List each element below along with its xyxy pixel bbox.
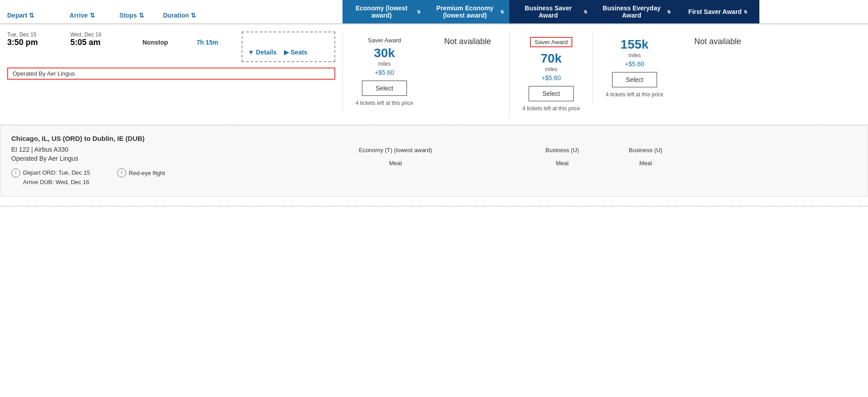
stops-sort-icon: ⇅ bbox=[139, 12, 144, 19]
business-everyday-taxes: +$5.60 bbox=[625, 60, 644, 68]
flight-basic-info: Tue, Dec 15 3:50 pm Wed, Dec 16 5:05 am … bbox=[0, 32, 343, 80]
economy-header[interactable]: Economy (lowest award) ⇅ bbox=[343, 0, 426, 23]
economy-meal-label: Meal bbox=[357, 159, 434, 168]
depart-date: Tue, Dec 15 bbox=[7, 32, 70, 38]
depart-info-block: ! Depart ORD: Tue, Dec 15 Arrive DUB: We… bbox=[11, 168, 90, 187]
flight-row: Tue, Dec 15 3:50 pm Wed, Dec 16 5:05 am … bbox=[0, 24, 868, 125]
details-route: Chicago, IL, US (ORD) to Dublin, IE (DUB… bbox=[11, 135, 857, 142]
economy-saver-label: Saver Award bbox=[368, 37, 401, 44]
business-everyday-miles: 155k bbox=[621, 37, 649, 52]
depart-sort-icon: ⇅ bbox=[29, 12, 34, 19]
red-eye-info-icon: ! bbox=[117, 168, 126, 177]
business-u2-cabin-label: Business (U) bbox=[608, 146, 684, 155]
first-saver-sort-icon: ⇅ bbox=[744, 9, 747, 14]
economy-tickets-left: 4 tickets left at this price bbox=[356, 99, 413, 107]
arrive-time: 5:05 am bbox=[70, 38, 142, 47]
premium-economy-sort-icon: ⇅ bbox=[500, 9, 504, 14]
header-row: Depart ⇅ Arrive ⇅ Stops ⇅ Duration ⇅ Eco… bbox=[0, 0, 868, 24]
economy-select-button[interactable]: Select bbox=[362, 81, 407, 96]
business-everyday-select-button[interactable]: Select bbox=[612, 72, 658, 87]
flight-actions: ▼ Details ▶ Seats bbox=[242, 32, 335, 62]
details-arrow-icon: ▼ bbox=[248, 49, 254, 56]
arrive-sort-icon: ⇅ bbox=[90, 12, 95, 19]
page-container: Depart ⇅ Arrive ⇅ Stops ⇅ Duration ⇅ Eco… bbox=[0, 0, 868, 397]
details-link[interactable]: ▼ Details bbox=[248, 49, 277, 56]
arrive-header[interactable]: Arrive ⇅ bbox=[42, 12, 103, 19]
business-saver-badge: Saver Award bbox=[530, 37, 572, 47]
business-saver-select-button[interactable]: Select bbox=[529, 86, 574, 101]
duration-sort-icon: ⇅ bbox=[191, 12, 196, 19]
details-depart-arrive: ! Depart ORD: Tue, Dec 15 Arrive DUB: We… bbox=[11, 168, 345, 187]
business-u2-cabin-details: Business (U) Meal bbox=[604, 146, 687, 168]
bottom-divider bbox=[0, 206, 868, 207]
business-saver-header[interactable]: Business Saver Award ⇅ bbox=[509, 0, 593, 23]
business-u1-meal-label: Meal bbox=[524, 159, 600, 168]
seats-arrow-icon: ▶ bbox=[284, 49, 289, 56]
business-everyday-award-col: 155k miles +$5.60 Select 4 tickets left … bbox=[593, 32, 676, 104]
depart-time: 3:50 pm bbox=[7, 38, 70, 47]
depart-info-icon: ! bbox=[11, 168, 20, 177]
economy-miles: 30k bbox=[374, 45, 395, 61]
business-saver-sort-icon: ⇅ bbox=[584, 9, 587, 14]
business-saver-taxes: +$5.60 bbox=[541, 74, 561, 81]
economy-cabin-label: Economy (T) (lowest award) bbox=[357, 146, 434, 155]
premium-economy-header[interactable]: Premium Economy (lowest award) ⇅ bbox=[426, 0, 509, 23]
stops-block: Nonstop bbox=[142, 32, 196, 46]
first-saver-not-available: Not available bbox=[676, 32, 759, 52]
business-saver-miles-unit: miles bbox=[545, 66, 557, 72]
details-flight-num: EI 122 | Airbus A330 bbox=[11, 146, 345, 153]
premium-economy-not-available: Not available bbox=[426, 32, 509, 52]
depart-arrive-text: Depart ORD: Tue, Dec 15 Arrive DUB: Wed,… bbox=[23, 168, 90, 187]
business-saver-tickets-left: 4 tickets left at this price bbox=[522, 105, 580, 113]
duration-header[interactable]: Duration ⇅ bbox=[152, 12, 205, 19]
economy-award-col: Saver Award 30k miles +$5.60 Select 4 ti… bbox=[343, 32, 426, 112]
arrive-block: Wed, Dec 16 5:05 am bbox=[70, 32, 142, 47]
details-operated: Operated By Aer Lingus bbox=[11, 155, 345, 162]
duration-block: 7h 15m bbox=[196, 32, 242, 46]
business-everyday-tickets-left: 4 tickets left at this price bbox=[606, 91, 663, 99]
business-saver-miles: 70k bbox=[541, 51, 562, 66]
business-everyday-sort-icon: ⇅ bbox=[667, 9, 671, 14]
business-everyday-miles-unit: miles bbox=[628, 52, 641, 59]
red-eye-text: Red-eye flight bbox=[129, 170, 165, 176]
depart-header[interactable]: Depart ⇅ bbox=[7, 12, 42, 19]
first-saver-header[interactable]: First Saver Award ⇅ bbox=[676, 0, 759, 23]
depart-block: Tue, Dec 15 3:50 pm bbox=[7, 32, 70, 47]
economy-cabin-details: Economy (T) (lowest award) Meal bbox=[354, 146, 437, 168]
flight-times-row: Tue, Dec 15 3:50 pm Wed, Dec 16 5:05 am … bbox=[7, 32, 335, 62]
details-left: EI 122 | Airbus A330 Operated By Aer Lin… bbox=[11, 146, 354, 187]
duration-value: 7h 15m bbox=[196, 39, 242, 46]
business-u1-cabin-label: Business (U) bbox=[524, 146, 600, 155]
seats-link[interactable]: ▶ Seats bbox=[284, 49, 307, 56]
economy-sort-icon: ⇅ bbox=[417, 9, 420, 14]
business-u2-meal-label: Meal bbox=[608, 159, 684, 168]
arrive-date: Wed, Dec 16 bbox=[70, 32, 142, 38]
details-body: EI 122 | Airbus A330 Operated By Aer Lin… bbox=[11, 146, 857, 187]
economy-miles-unit: miles bbox=[378, 61, 391, 67]
action-links: ▼ Details ▶ Seats bbox=[248, 49, 329, 56]
stops-header[interactable]: Stops ⇅ bbox=[103, 12, 152, 19]
economy-taxes: +$5.60 bbox=[375, 69, 394, 76]
business-saver-award-col: Saver Award 70k miles +$5.60 Select 4 ti… bbox=[509, 32, 593, 117]
details-panel: Chicago, IL, US (ORD) to Dublin, IE (DUB… bbox=[0, 125, 868, 197]
red-eye-block: ! Red-eye flight bbox=[117, 168, 165, 177]
business-u1-cabin-details: Business (U) Meal bbox=[521, 146, 604, 168]
flight-info-headers: Depart ⇅ Arrive ⇅ Stops ⇅ Duration ⇅ bbox=[0, 0, 343, 23]
business-everyday-header[interactable]: Business Everyday Award ⇅ bbox=[593, 0, 676, 23]
stops-value: Nonstop bbox=[142, 39, 196, 46]
operated-by-badge: Operated By Aer Lingus bbox=[7, 68, 335, 80]
